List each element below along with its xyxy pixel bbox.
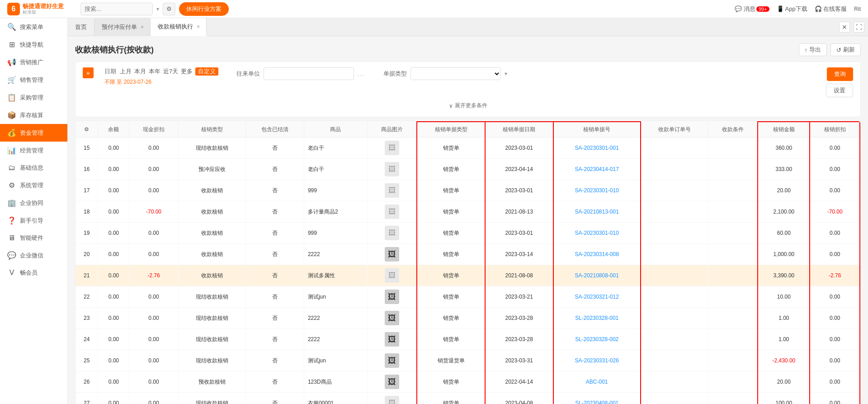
product-cell: 老白干 (304, 138, 367, 159)
online-service-link[interactable]: 🎧 在线客服 (815, 5, 847, 13)
search-input[interactable] (80, 3, 153, 15)
refresh-button[interactable]: ↺ 刷新 (830, 43, 861, 56)
col-settings[interactable]: ⚙ (75, 122, 98, 138)
app-download-link[interactable]: 📱 App下载 (777, 5, 807, 13)
messages-link[interactable]: 💬 消息99+ (735, 5, 769, 13)
verify-amount-cell: 100.00 (758, 393, 810, 404)
sidebar-item-search[interactable]: 🔍 搜索菜单 (0, 18, 67, 36)
date-7days[interactable]: 近7天 (163, 67, 178, 76)
product-cell: 测试多属性 (304, 265, 367, 286)
verify-amount-cell: 2,100.00 (758, 201, 810, 223)
filter-collapse-button[interactable]: » (83, 67, 94, 78)
tab-receipt[interactable]: 收款核销执行 × (151, 18, 207, 36)
sidebar-item-operation[interactable]: 📊 经营管理 (0, 142, 67, 159)
sidebar-item-sales[interactable]: 🛒 销售管理 (0, 71, 67, 89)
sidebar-item-guide[interactable]: ❓ 新手引导 (0, 212, 67, 229)
verify-no-cell[interactable]: ABC-001 (553, 371, 641, 393)
verify-no-cell[interactable]: SL-20230328-002 (553, 329, 641, 350)
product-cell: 999 (304, 180, 367, 201)
sidebar-item-member[interactable]: V 畅会员 (0, 264, 67, 281)
balance-cell: 0.00 (98, 201, 129, 223)
tab-prepay[interactable]: 预付冲应付单 × (94, 18, 151, 36)
industry-solution-button[interactable]: 休闲行业方案 (179, 2, 229, 16)
settled-cell: 否 (245, 308, 304, 329)
sidebar-item-quick-nav[interactable]: ⊞ 快捷导航 (0, 36, 67, 53)
date-last-month[interactable]: 上月 (120, 67, 132, 76)
sidebar-item-hardware[interactable]: 🖥 智能硬件 (0, 229, 67, 247)
verify-date-cell: 2022-04-14 (485, 371, 553, 393)
verify-no-cell[interactable]: SA-20230331-026 (553, 350, 641, 371)
verify-no-cell[interactable]: SL-20230408-001 (553, 393, 641, 404)
receipt-no-cell (641, 138, 708, 159)
col-balance: 余额 (98, 122, 129, 138)
help-icon: ❓ (7, 216, 16, 225)
verify-discount-cell: 0.00 (810, 138, 860, 159)
row-no: 21 (75, 265, 98, 286)
verify-no-cell[interactable]: SL-20230328-001 (553, 308, 641, 329)
product-cell: 2222 (304, 308, 367, 329)
doc-type-filter-select[interactable] (410, 67, 501, 80)
verify-date-cell: 2023-03-28 (485, 308, 553, 329)
date-this-year[interactable]: 本年 (149, 67, 160, 76)
col-verify-amount: 核销金额 (758, 122, 810, 138)
sidebar-item-label: 经营管理 (20, 147, 43, 155)
building-icon: 🏢 (7, 199, 16, 207)
app-version: 标准版 (23, 10, 64, 15)
settled-cell: 否 (245, 265, 304, 286)
sidebar-item-inventory[interactable]: 📦 库存核算 (0, 106, 67, 124)
product-image-cell: 🖼 (368, 286, 417, 308)
user-name[interactable]: Rit (854, 6, 861, 12)
date-custom[interactable]: 自定义 (195, 67, 218, 76)
sidebar-item-corp[interactable]: 🏢 企业协同 (0, 194, 67, 212)
date-more[interactable]: 更多 (181, 67, 193, 76)
sidebar-item-label: 资金管理 (20, 129, 43, 137)
sidebar-item-system[interactable]: ⚙ 系统管理 (0, 176, 67, 194)
verify-no-cell[interactable]: SA-20230301-010 (553, 223, 641, 244)
tab-receipt-close[interactable]: × (196, 23, 201, 31)
verify-date-cell: 2023-03-01 (485, 223, 553, 244)
setting-button[interactable]: 设置 (826, 84, 853, 97)
sidebar-item-basic[interactable]: 🗂 基础信息 (0, 159, 67, 176)
export-button[interactable]: ↑ 导出 (799, 43, 827, 56)
product-image-cell: 🖼 (368, 180, 417, 201)
verify-amount-cell: 20.00 (758, 371, 810, 393)
cart-icon: 🛒 (7, 76, 16, 84)
table-row: 16 0.00 0.00 预冲应应收 否 老白干 🖼 销货单 2023-04-1… (75, 159, 860, 180)
sidebar-item-wechat[interactable]: 💬 企业微信 (0, 247, 67, 264)
sidebar-item-marketing[interactable]: 📢 营销推广 (0, 53, 67, 71)
sidebar-item-label: 基础信息 (20, 164, 43, 172)
verify-doc-type-cell: 销货单 (417, 159, 485, 180)
verify-no-cell[interactable]: SA-20210813-001 (553, 201, 641, 223)
tab-close-window-button[interactable]: ✕ (839, 22, 850, 33)
verify-amount-cell: 1.00 (758, 308, 810, 329)
query-button[interactable]: 查询 (827, 67, 853, 81)
sidebar-item-purchase[interactable]: 📋 采购管理 (0, 89, 67, 106)
verify-amount-cell: 360.00 (758, 138, 810, 159)
tab-maximize-button[interactable]: ⛶ (854, 22, 864, 33)
partner-filter-input[interactable] (264, 67, 354, 80)
balance-cell: 0.00 (98, 244, 129, 265)
tab-home[interactable]: 首页 (68, 18, 94, 36)
receipt-cond-cell (708, 329, 758, 350)
verify-no-cell[interactable]: SA-20230301-010 (553, 180, 641, 201)
verify-no-cell[interactable]: SA-20230414-017 (553, 159, 641, 180)
verify-no-cell[interactable]: SA-20230314-008 (553, 244, 641, 265)
cash-discount-cell: 0.00 (129, 286, 179, 308)
table-row: 24 0.00 0.00 现结收款核销 否 2222 🖼 销货单 2023-03… (75, 329, 860, 350)
verify-no-cell[interactable]: SA-20230321-012 (553, 286, 641, 308)
settled-cell: 否 (245, 393, 304, 404)
verify-no-cell[interactable]: SA-20230301-001 (553, 138, 641, 159)
sidebar-item-finance[interactable]: 💰 资金管理 (0, 124, 67, 142)
table-header-row: ⚙ 余额 现金折扣 核销类型 包含已结清 商品 商品图片 核销单据类型 核销单据… (75, 122, 860, 138)
row-no: 23 (75, 308, 98, 329)
settled-cell: 否 (245, 286, 304, 308)
date-this-month[interactable]: 本月 (134, 67, 146, 76)
tab-prepay-close[interactable]: × (140, 23, 145, 31)
settings-gear-button[interactable]: ⚙ (163, 3, 175, 15)
verify-doc-type-cell: 销货单 (417, 223, 485, 244)
expand-conditions-button[interactable]: ∨ 展开更多条件 (83, 100, 853, 111)
verify-date-cell: 2023-03-31 (485, 350, 553, 371)
verify-no-cell[interactable]: SA-20210808-001 (553, 265, 641, 286)
product-image-cell: 🖼 (368, 393, 417, 404)
type-cell: 收款核销 (178, 265, 245, 286)
